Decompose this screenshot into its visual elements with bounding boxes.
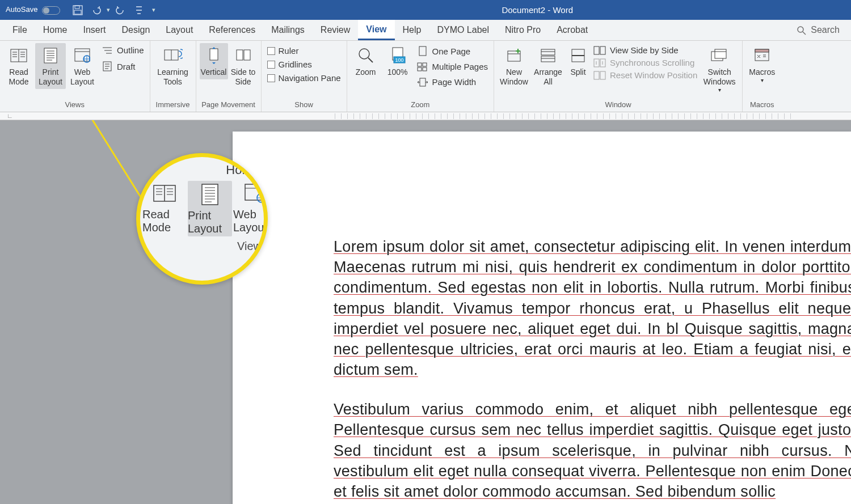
new-window-label: New Window [499, 67, 529, 87]
qat-dropdown-icon[interactable]: ▾ [107, 6, 110, 14]
nav-pane-checkbox[interactable]: Navigation Pane [267, 73, 341, 83]
ribbon-tabs: File Home Insert Design Layout Reference… [0, 20, 851, 41]
tab-home[interactable]: Home [35, 20, 75, 40]
touch-mode-icon[interactable] [131, 2, 147, 18]
group-views-label: Views [65, 99, 85, 112]
page[interactable]: Lorem ipsum dolor sit amet, consectetur … [233, 132, 851, 504]
autosave-toggle[interactable] [42, 6, 60, 15]
side-to-side-label: Side to Side [230, 67, 256, 87]
qat-customize-icon[interactable]: ▾ [152, 6, 155, 14]
multiple-pages-label: Multiple Pages [432, 62, 488, 71]
print-layout-label: Print Layout [36, 67, 65, 87]
group-page-movement: Vertical Side to Side Page Movement [196, 41, 262, 112]
document-body[interactable]: Lorem ipsum dolor sit amet, consectetur … [334, 236, 851, 502]
tab-help[interactable]: Help [395, 20, 429, 40]
save-icon[interactable] [70, 2, 86, 18]
paragraph[interactable]: Vestibulum varius commodo enim, et aliqu… [334, 399, 851, 502]
reset-window-label: Reset Window Position [610, 70, 697, 80]
svg-rect-43 [423, 67, 427, 71]
macros-icon [753, 45, 770, 66]
one-page-button[interactable]: One Page [416, 45, 488, 57]
side-to-side-icon [233, 45, 254, 66]
gridlines-checkbox[interactable]: Gridlines [267, 60, 341, 69]
svg-rect-42 [418, 67, 422, 71]
redo-icon[interactable] [112, 2, 128, 18]
switch-windows-label: Switch Windows [701, 67, 738, 87]
autosave-label: AutoSave [6, 5, 60, 14]
web-layout-button[interactable]: Web Layout [67, 43, 98, 89]
reset-window-icon [593, 71, 606, 80]
read-mode-icon [10, 45, 27, 66]
tab-mailings[interactable]: Mailings [263, 20, 313, 40]
web-layout-label: Web Layout [68, 67, 96, 87]
one-page-label: One Page [432, 46, 471, 56]
svg-line-35 [368, 58, 373, 62]
gridlines-label: Gridlines [279, 60, 312, 69]
zoom-100-button[interactable]: 100 100% [382, 43, 413, 79]
zoom-100-icon: 100 [389, 45, 406, 66]
svg-rect-53 [594, 46, 599, 54]
svg-rect-40 [418, 63, 422, 66]
multiple-pages-button[interactable]: Multiple Pages [416, 61, 488, 73]
svg-rect-2 [74, 10, 81, 14]
learning-tools-button[interactable]: Learning Tools [154, 43, 192, 89]
svg-text:100: 100 [395, 57, 403, 63]
tab-design[interactable]: Design [113, 20, 158, 40]
group-show: Ruler Gridlines Navigation Pane Show [262, 41, 347, 112]
learning-tools-label: Learning Tools [155, 67, 191, 87]
vertical-icon [205, 45, 222, 66]
page-width-button[interactable]: Page Width [416, 76, 488, 88]
ruler: ∟ [0, 112, 851, 120]
print-layout-button[interactable]: Print Layout [35, 43, 66, 89]
draft-button[interactable]: Draft [101, 60, 144, 73]
macros-button[interactable]: Macros▾ [746, 43, 778, 86]
view-side-by-side-button[interactable]: View Side by Side [593, 45, 697, 55]
svg-rect-48 [541, 56, 555, 62]
tab-view[interactable]: View [358, 20, 394, 40]
paragraph[interactable]: Lorem ipsum dolor sit amet, consectetur … [334, 236, 851, 380]
tab-layout[interactable]: Layout [158, 20, 201, 40]
tab-dymo[interactable]: DYMO Label [429, 20, 497, 40]
split-button[interactable]: Split [566, 43, 591, 79]
tab-acrobat[interactable]: Acrobat [549, 20, 596, 40]
search-box[interactable]: Search [797, 25, 840, 35]
group-immersive: Learning Tools Immersive [150, 41, 196, 112]
svg-line-4 [803, 32, 806, 35]
draft-icon [101, 61, 113, 71]
outline-button[interactable]: Outline [101, 44, 144, 56]
ruler-checkbox[interactable]: Ruler [267, 46, 341, 56]
checkbox-icon [267, 47, 275, 55]
svg-rect-32 [237, 50, 243, 60]
tab-references[interactable]: References [201, 20, 263, 40]
arrange-all-button[interactable]: Arrange All [532, 43, 564, 89]
new-window-button[interactable]: New Window [498, 43, 530, 89]
tab-insert[interactable]: Insert [75, 20, 113, 40]
checkbox-icon [267, 61, 275, 69]
arrange-all-icon [540, 45, 556, 66]
switch-windows-icon [710, 45, 728, 66]
svg-rect-39 [419, 46, 426, 56]
zoom-button[interactable]: Zoom [351, 43, 381, 79]
group-zoom: Zoom 100 100% One Page Multiple Pages Pa… [347, 41, 494, 112]
vertical-label: Vertical [201, 67, 227, 77]
svg-rect-1 [75, 6, 79, 9]
zoom-callout-foot: View [137, 240, 268, 253]
vertical-button[interactable]: Vertical [200, 43, 228, 79]
annotation-zoom-bubble: Home Read Mode Print Layout Web Layout V… [136, 153, 268, 285]
side-by-side-label: View Side by Side [610, 45, 679, 55]
tab-review[interactable]: Review [313, 20, 358, 40]
read-mode-button[interactable]: Read Mode [3, 43, 34, 89]
undo-icon[interactable] [89, 2, 105, 18]
tab-file[interactable]: File [5, 20, 35, 40]
switch-windows-button[interactable]: Switch Windows▾ [700, 43, 739, 96]
svg-rect-54 [600, 46, 605, 54]
outline-icon [101, 46, 113, 55]
ruler-corner: ∟ [7, 112, 13, 119]
side-to-side-button[interactable]: Side to Side [229, 43, 258, 89]
tab-nitro[interactable]: Nitro Pro [497, 20, 549, 40]
document-canvas: Lorem ipsum dolor sit amet, consectetur … [0, 120, 851, 504]
group-macros: Macros▾ Macros [743, 41, 781, 112]
group-views: Read Mode Print Layout Web Layout Outlin… [0, 41, 150, 112]
annotation-connector-line [66, 120, 150, 211]
svg-rect-33 [244, 50, 250, 60]
